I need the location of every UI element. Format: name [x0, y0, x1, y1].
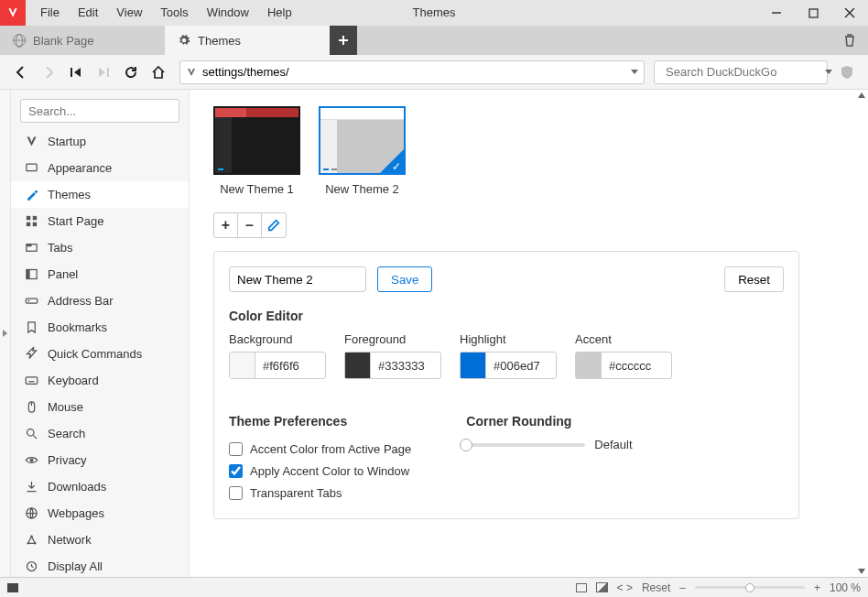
sidebar-icon: [24, 294, 38, 309]
color-swatch[interactable]: [461, 353, 486, 378]
sidebar-item-start-page[interactable]: Start Page: [11, 208, 189, 234]
color-hex[interactable]: #f6f6f6: [255, 359, 325, 373]
color-swatch[interactable]: [576, 353, 602, 378]
sidebar-item-bookmarks[interactable]: Bookmarks: [11, 314, 189, 341]
svg-rect-11: [26, 216, 29, 220]
closed-tabs-trash-button[interactable]: [831, 26, 868, 55]
sidebar-icon: [24, 480, 38, 494]
tab-themes[interactable]: Themes: [165, 26, 330, 55]
zoom-slider[interactable]: [695, 586, 805, 589]
search-input[interactable]: [666, 65, 819, 79]
scrollbar[interactable]: [856, 92, 865, 574]
color-hex[interactable]: #006ed7: [486, 359, 556, 373]
menu-file[interactable]: File: [31, 0, 69, 26]
sidebar-label: Display All: [48, 559, 103, 573]
address-field[interactable]: [179, 60, 645, 84]
menu-help[interactable]: Help: [258, 0, 301, 26]
sidebar-item-downloads[interactable]: Downloads: [11, 473, 189, 500]
menu-window[interactable]: Window: [198, 0, 258, 26]
sidebar-icon: [24, 400, 38, 415]
sidebar-icon: [24, 453, 38, 468]
color-swatch[interactable]: [345, 353, 371, 378]
sidebar-item-themes[interactable]: Themes: [11, 181, 189, 208]
sidebar-item-startup[interactable]: Startup: [11, 128, 189, 155]
panel-rail[interactable]: [0, 90, 11, 577]
page-actions-icon[interactable]: < >: [617, 581, 633, 594]
tab-blank-page[interactable]: Blank Page: [0, 26, 165, 55]
sidebar-item-panel[interactable]: Panel: [11, 261, 189, 288]
sidebar-item-quick-commands[interactable]: Quick Commands: [11, 341, 189, 367]
menu-view[interactable]: View: [107, 0, 151, 26]
color-input-accent[interactable]: #cccccc: [575, 352, 672, 379]
window-close-button[interactable]: [831, 0, 868, 26]
chevron-down-icon[interactable]: [825, 70, 832, 74]
sidebar-item-keyboard[interactable]: Keyboard: [11, 367, 189, 394]
nav-reload-button[interactable]: [119, 60, 143, 84]
caret-right-icon: [3, 330, 7, 337]
search-field[interactable]: [654, 60, 828, 84]
theme-thumb-new-theme-2[interactable]: New Theme 2: [319, 106, 406, 196]
settings-search-input[interactable]: [20, 99, 179, 123]
zoom-out-button[interactable]: –: [679, 581, 686, 594]
checkbox-accent-from-page[interactable]: Accent Color from Active Page: [229, 438, 411, 460]
color-hex[interactable]: #cccccc: [602, 359, 671, 373]
statusbar: < > Reset – + 100 %: [0, 577, 868, 597]
sidebar-item-tabs[interactable]: Tabs: [11, 234, 189, 261]
vivaldi-app-icon[interactable]: [0, 0, 26, 26]
sidebar-item-webpages[interactable]: Webpages: [11, 500, 189, 526]
sidebar-item-appearance[interactable]: Appearance: [11, 155, 189, 181]
nav-rewind-button[interactable]: [64, 60, 88, 84]
color-input-background[interactable]: #f6f6f6: [229, 352, 326, 379]
sidebar-item-display-all[interactable]: Display All: [11, 553, 189, 580]
reset-button[interactable]: Reset: [724, 266, 784, 292]
nav-fastforward-button[interactable]: [92, 60, 115, 84]
checkbox-input[interactable]: [229, 486, 243, 500]
sidebar-item-search[interactable]: Search: [11, 420, 189, 447]
sidebar-item-network[interactable]: Network: [11, 526, 189, 553]
checkbox-label: Apply Accent Color to Window: [250, 464, 409, 478]
nav-forward-button[interactable]: [37, 60, 60, 84]
vivaldi-icon: [186, 67, 197, 78]
add-theme-button[interactable]: +: [214, 213, 238, 237]
sidebar-icon: [24, 188, 38, 202]
sidebar-label: Network: [48, 533, 92, 547]
window-minimize-button[interactable]: [758, 0, 795, 26]
svg-rect-7: [107, 68, 109, 77]
checkbox-input[interactable]: [229, 464, 243, 478]
color-swatch[interactable]: [230, 353, 255, 378]
url-input[interactable]: [202, 65, 625, 79]
chevron-down-icon[interactable]: [631, 70, 638, 74]
svg-rect-16: [26, 244, 31, 247]
sidebar-item-address-bar[interactable]: Address Bar: [11, 288, 189, 314]
svg-line-29: [33, 435, 37, 439]
save-button[interactable]: Save: [377, 266, 432, 292]
theme-name-input[interactable]: [229, 266, 366, 292]
status-panel-toggle[interactable]: [7, 583, 18, 592]
theme-thumb-new-theme-1[interactable]: New Theme 1: [213, 106, 300, 196]
menu-edit[interactable]: Edit: [69, 0, 107, 26]
window-maximize-button[interactable]: [795, 0, 831, 26]
theme-name: New Theme 2: [319, 182, 406, 196]
sidebar-label: Panel: [48, 267, 78, 281]
color-input-foreground[interactable]: #333333: [344, 352, 441, 379]
checkbox-input[interactable]: [229, 442, 243, 456]
checkbox-transparent-tabs[interactable]: Transparent Tabs: [229, 482, 411, 504]
edit-theme-button[interactable]: [262, 213, 286, 237]
color-hex[interactable]: #333333: [371, 359, 440, 373]
images-icon[interactable]: [596, 582, 608, 592]
tiling-icon[interactable]: [576, 583, 587, 592]
checkbox-accent-to-window[interactable]: Apply Accent Color to Window: [229, 460, 411, 482]
zoom-reset-button[interactable]: Reset: [642, 581, 670, 594]
nav-home-button[interactable]: [146, 60, 170, 84]
menu-tools[interactable]: Tools: [151, 0, 197, 26]
ublock-shield-icon[interactable]: [835, 60, 859, 84]
color-input-highlight[interactable]: #006ed7: [460, 352, 557, 379]
new-tab-button[interactable]: [330, 26, 357, 55]
sidebar-label: Webpages: [48, 506, 104, 520]
nav-back-button[interactable]: [9, 60, 33, 84]
zoom-in-button[interactable]: +: [814, 581, 820, 594]
remove-theme-button[interactable]: –: [238, 213, 262, 237]
sidebar-item-privacy[interactable]: Privacy: [11, 447, 189, 473]
corner-rounding-slider[interactable]: [466, 443, 585, 447]
sidebar-item-mouse[interactable]: Mouse: [11, 394, 189, 420]
